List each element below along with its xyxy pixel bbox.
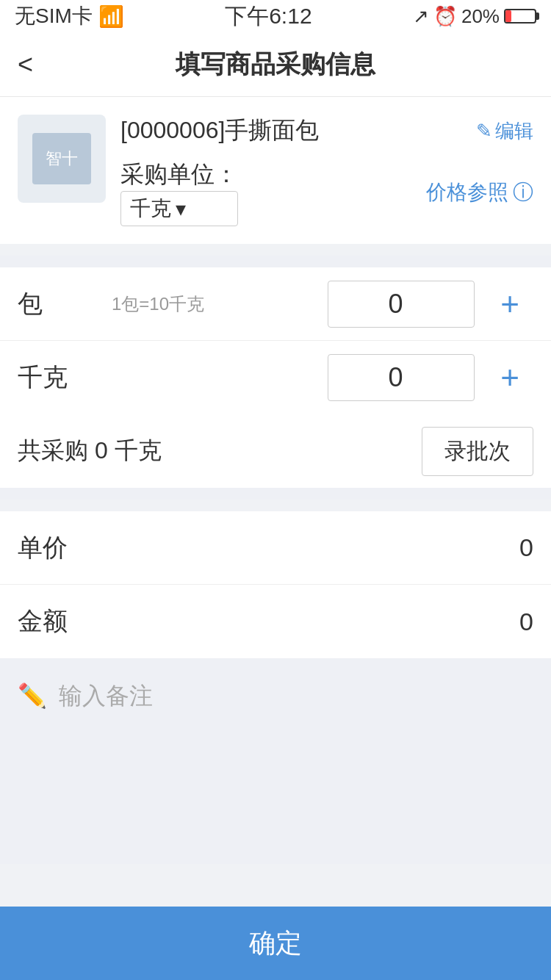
bao-input[interactable]	[328, 281, 475, 328]
unit-price-row: 单价 0	[0, 511, 551, 585]
pencil-icon: ✏️	[18, 682, 47, 710]
status-bar: 无SIM卡 📶 下午6:12 ↗ ⏰ 20%	[0, 0, 551, 32]
confirm-button[interactable]: 确定	[0, 907, 551, 980]
product-name-row: [0000006]手撕面包 ✎ 编辑	[120, 115, 533, 147]
product-image: 智十	[18, 115, 106, 203]
product-info: [0000006]手撕面包 ✎ 编辑 采购单位： 千克 ▾ 价格参照 ⓘ	[120, 115, 533, 226]
unit-label-group: 采购单位： 千克 ▾	[120, 159, 238, 226]
unit-select[interactable]: 千克 ▾	[120, 191, 238, 226]
nav-bar: < 填写商品采购信息	[0, 32, 551, 97]
edit-icon: ✎	[476, 120, 492, 143]
amount-row: 金额 0	[0, 585, 551, 658]
summary-section: 共采购 0 千克 录批次	[0, 414, 551, 488]
page-title: 填写商品采购信息	[176, 48, 375, 82]
kg-input[interactable]	[328, 354, 475, 401]
price-ref-button[interactable]: 价格参照 ⓘ	[426, 179, 533, 206]
unit-price-value: 0	[519, 533, 533, 562]
divider-1	[0, 256, 551, 267]
summary-row: 共采购 0 千克 录批次	[0, 414, 551, 488]
logo-text: 智十	[46, 148, 78, 170]
input-section: 包 1包=10千克 + 千克 +	[0, 267, 551, 414]
edit-label: 编辑	[495, 118, 533, 144]
bao-input-row: 包 1包=10千克 +	[0, 267, 551, 341]
notes-section[interactable]: ✏️ 输入备注	[0, 658, 551, 864]
status-left: 无SIM卡 📶	[15, 2, 124, 30]
unit-row: 采购单位： 千克 ▾ 价格参照 ⓘ	[120, 159, 533, 226]
battery-indicator	[504, 9, 536, 24]
edit-button[interactable]: ✎ 编辑	[476, 118, 533, 144]
divider-2	[0, 488, 551, 500]
notes-placeholder: 输入备注	[59, 680, 153, 713]
bao-sublabel: 1包=10千克	[112, 292, 204, 316]
unit-value: 千克	[130, 195, 171, 223]
product-logo: 智十	[32, 133, 91, 184]
price-section: 单价 0 金额 0	[0, 511, 551, 658]
help-icon: ⓘ	[513, 179, 533, 206]
unit-price-label: 单价	[18, 531, 68, 565]
status-time: 下午6:12	[225, 1, 311, 32]
bao-label: 包	[18, 287, 106, 321]
record-batch-button[interactable]: 录批次	[422, 427, 533, 476]
product-card: 智十 [0000006]手撕面包 ✎ 编辑 采购单位： 千克 ▾ 价格参照 ⓘ	[0, 97, 551, 244]
wifi-icon: 📶	[98, 4, 124, 29]
back-button[interactable]: <	[18, 49, 33, 80]
amount-label: 金额	[18, 605, 68, 638]
summary-text: 共采购 0 千克	[18, 435, 162, 467]
alarm-icon: ⏰	[433, 5, 457, 28]
kg-input-row: 千克 +	[0, 341, 551, 414]
battery-percent: 20%	[461, 5, 500, 28]
kg-plus-button[interactable]: +	[486, 354, 533, 401]
kg-label: 千克	[18, 361, 106, 394]
amount-value: 0	[519, 608, 533, 636]
product-name: [0000006]手撕面包	[120, 115, 319, 147]
location-icon: ↗	[413, 5, 429, 28]
status-right: ↗ ⏰ 20%	[413, 5, 536, 28]
unit-label: 采购单位：	[120, 161, 238, 187]
chevron-down-icon: ▾	[176, 197, 186, 221]
bao-plus-button[interactable]: +	[486, 281, 533, 328]
price-ref-label: 价格参照	[426, 179, 508, 206]
carrier-label: 无SIM卡	[15, 2, 93, 30]
